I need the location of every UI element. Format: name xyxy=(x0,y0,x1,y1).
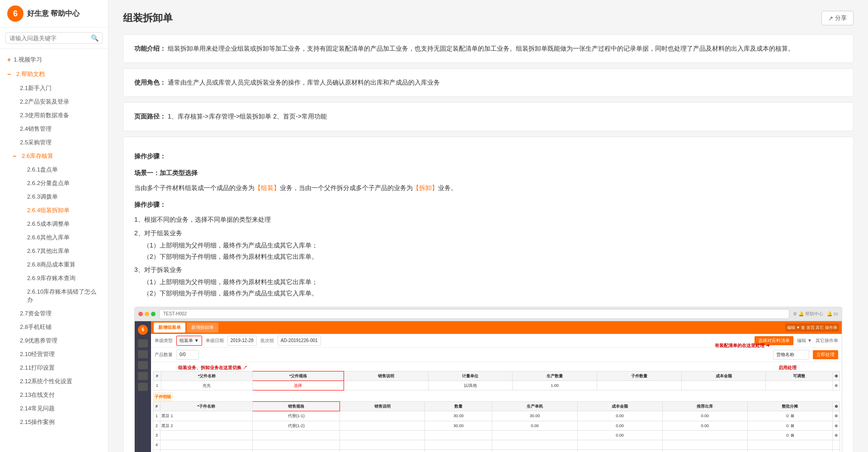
sidebar-label-2-1: 2.1新手入门 xyxy=(20,84,52,92)
step2-1: （1）上部明细为父件明细，最终作为产成品生成其它入库单； xyxy=(143,240,842,251)
sidebar-item-2-4[interactable]: 2.4销售管理 xyxy=(13,122,108,136)
sidebar-label-2-2: 2.2产品安装及登录 xyxy=(20,98,69,106)
parent-row-1: 1 光光 选择 以/其他 1.00 ⊕ xyxy=(153,381,840,390)
sidebar-label-2-6-8: 2.6.8商品成本重算 xyxy=(27,261,75,269)
sidebar-item-2-9[interactable]: 2.9优惠券管理 xyxy=(13,334,108,347)
role-label: 使用角色： xyxy=(134,79,166,86)
sub-table-label: 子件明细 xyxy=(153,392,173,401)
sidebar-item-2-6-4[interactable]: 2.6.4组装拆卸单 xyxy=(20,204,108,217)
sidebar-label-2-6-2: 2.6.2分量盘点单 xyxy=(27,179,70,187)
sidebar-label-2-10: 2.10经营管理 xyxy=(20,350,55,358)
search-icon: 🔍 xyxy=(91,34,99,42)
sidebar-item-2-1[interactable]: 2.1新手入门 xyxy=(13,81,108,95)
sidebar-item-2-5[interactable]: 2.5采购管理 xyxy=(13,136,108,149)
main-content: 组装拆卸单 ↗ 分享 功能介绍： 组装拆卸单用来处理企业组装或拆卸等加工业务，支… xyxy=(108,0,868,452)
sidebar-item-2-14[interactable]: 2.14常见问题 xyxy=(13,402,108,415)
sidebar-item-2-6-8[interactable]: 2.6.8商品成本重算 xyxy=(20,258,108,271)
input-count[interactable]: 0/0 xyxy=(176,350,199,360)
sidebar-item-2-6-9[interactable]: 2.6.9库存账本查询 xyxy=(20,271,108,285)
sidebar-item-1[interactable]: + 1.视频学习 xyxy=(0,52,108,67)
sidebar-item-2-6-5[interactable]: 2.6.5成本调整单 xyxy=(20,217,108,231)
sidebar-label-2-6-1: 2.6.1盘点单 xyxy=(27,166,58,174)
sidebar-label-2-6: 2.6库存核算 xyxy=(22,152,53,160)
input-batch[interactable]: AD-20191226-001 xyxy=(278,336,321,346)
input-type[interactable]: 组装单 ▼ xyxy=(176,336,202,346)
sidebar-label-2-6-9: 2.6.9库存账本查询 xyxy=(27,274,75,282)
label-ops: 其它操作单 xyxy=(816,337,838,345)
page-header: 组装拆卸单 ↗ 分享 xyxy=(123,11,854,25)
sub-row-5: 5 xyxy=(153,450,840,452)
label-date: 单据日期 xyxy=(206,337,224,345)
sidebar-item-2-7[interactable]: 2.7资金管理 xyxy=(13,307,108,320)
browser-bar: TEST-H002 ⚙ 🔔 帮助中心 🔔 cc xyxy=(135,307,842,321)
sidebar-label-2-15: 2.15操作案例 xyxy=(20,418,55,426)
app-logo-sm: 6 xyxy=(138,325,148,335)
input-date[interactable]: 2019-12-28 xyxy=(227,336,257,346)
scene1-title: 场景一：加工类型选择 xyxy=(134,167,842,179)
sub-row-2: 2 黑豆 2 代替(1-2) 30.00 0.00 0.00 0.00 ⊙ ⊠ xyxy=(153,421,840,430)
form-row-2: 产品数量 0/0 货物名称 立即处理 xyxy=(151,348,842,362)
expand-icon-1: + xyxy=(7,56,11,63)
share-button[interactable]: ↗ 分享 xyxy=(821,11,854,25)
search-wrap[interactable]: 🔍 xyxy=(5,32,103,44)
input-search[interactable]: 货物名称 xyxy=(773,350,809,360)
sidebar-item-2-2[interactable]: 2.2产品安装及登录 xyxy=(13,95,108,109)
path-card: 页面路径： 1、库存核算->库存管理->组装拆卸单 2、首页->常用功能 xyxy=(123,102,854,131)
sidebar-item-2[interactable]: − 2.帮助文档 xyxy=(0,67,108,81)
tab-assemble[interactable]: 新增组装单 xyxy=(154,323,185,333)
label-extra: 编辑 ▼ xyxy=(797,337,812,345)
collapse-icon-2: − xyxy=(7,71,14,78)
search-input[interactable] xyxy=(9,35,91,42)
tab-disassemble[interactable]: 新增拆卸单 xyxy=(187,323,218,333)
sidebar-label-2-6-4: 2.6.4组装拆卸单 xyxy=(27,206,70,214)
step2: 2、对于组装业务 xyxy=(134,228,842,239)
sidebar-label-2-6-6: 2.6.6其他入库单 xyxy=(27,233,70,242)
sidebar-item-2-10[interactable]: 2.10经营管理 xyxy=(13,347,108,361)
app-body: 6 新增组装单 新增拆卸单 编辑 ▼ 套 首页 其它 操作单 xyxy=(135,321,842,452)
sub-row-3: 3 0.00 ⊙ ⊠ ⊕ xyxy=(153,430,840,440)
label-count: 产品数量 xyxy=(155,351,173,359)
sidebar-item-2-6-6[interactable]: 2.6.6其他入库单 xyxy=(20,231,108,244)
toolbar-icons: 编辑 ▼ 套 首页 其它 操作单 xyxy=(785,324,839,332)
label-batch: 批次组 xyxy=(260,337,274,345)
btn-action[interactable]: 立即处理 xyxy=(813,350,838,359)
nav-icon-2 xyxy=(138,350,148,358)
nav-icon-3 xyxy=(138,361,148,369)
url-bar: TEST-H002 xyxy=(159,309,789,319)
sidebar-label-2-6-10: 2.6.10库存账本搞错了怎么办 xyxy=(27,288,101,304)
page-title: 组装拆卸单 xyxy=(123,11,173,25)
annotation-3-text: 启用处理 xyxy=(778,364,797,372)
app-tab-bar: 新增组装单 新增拆卸单 编辑 ▼ 套 首页 其它 操作单 xyxy=(151,321,842,334)
sidebar-item-2-11[interactable]: 2.11打印设置 xyxy=(13,361,108,375)
sidebar-label-2-7: 2.7资金管理 xyxy=(20,309,52,318)
sidebar-label-2-11: 2.11打印设置 xyxy=(20,364,55,372)
annotation-1-text: 有装配清单的在这里处理 ➜ xyxy=(715,342,769,350)
sidebar-label-2-6-5: 2.6.5成本调整单 xyxy=(27,220,70,228)
parent-table-wrap: # *父件名称 *父件规格 销售说明 计量单位 生产数量 子件数量 成本金额 可… xyxy=(153,371,840,390)
sidebar-item-2-6-1[interactable]: 2.6.1盘点单 xyxy=(20,163,108,176)
sidebar-label-2-6-3: 2.6.3调拨单 xyxy=(27,193,58,201)
sidebar-item-2-6-3[interactable]: 2.6.3调拨单 xyxy=(20,190,108,204)
nav-icon-1 xyxy=(138,339,148,347)
browser-icons: ⚙ 🔔 帮助中心 🔔 cc xyxy=(793,310,838,318)
sidebar-label-2-12: 2.12系统个性化设置 xyxy=(20,377,72,385)
sub-row-1: 1 黑豆 1 代替(1-1) 30.00 30.00 0.00 0.00 ⊙ ⊠ xyxy=(153,411,840,421)
sidebar-item-2-12[interactable]: 2.12系统个性化设置 xyxy=(13,375,108,388)
sidebar-label-2-4: 2.4销售管理 xyxy=(20,125,52,133)
logo-icon: 6 xyxy=(7,5,24,22)
sidebar-item-2-6-10[interactable]: 2.6.10库存账本搞错了怎么办 xyxy=(20,285,108,307)
sidebar-item-2-6-2[interactable]: 2.6.2分量盘点单 xyxy=(20,176,108,190)
step3: 3、对于拆装业务 xyxy=(134,264,842,276)
sidebar-item-2-3[interactable]: 2.3使用前数据准备 xyxy=(13,109,108,122)
sidebar-item-2-6-7[interactable]: 2.6.7其他出库单 xyxy=(20,244,108,258)
app-left-nav: 6 xyxy=(135,321,151,452)
search-box: 🔍 xyxy=(0,28,108,49)
sidebar-item-2-8[interactable]: 2.8手机旺铺 xyxy=(13,320,108,334)
parent-table: # *父件名称 *父件规格 销售说明 计量单位 生产数量 子件数量 成本金额 可… xyxy=(153,371,840,390)
sidebar-item-2-6[interactable]: − 2.6库存核算 xyxy=(13,149,108,163)
sidebar-item-2-13[interactable]: 2.13在线支付 xyxy=(13,388,108,402)
sidebar-item-label-2: 2.帮助文档 xyxy=(16,70,45,78)
sidebar-item-2-15[interactable]: 2.15操作案例 xyxy=(13,415,108,429)
sidebar: 6 好生意 帮助中心 🔍 + 1.视频学习 − 2.帮助文档 2.1新手入门 2… xyxy=(0,0,108,452)
steps-card: 操作步骤： 场景一：加工类型选择 当由多个子件材料组装成一个成品的业务为【组装】… xyxy=(123,137,854,452)
